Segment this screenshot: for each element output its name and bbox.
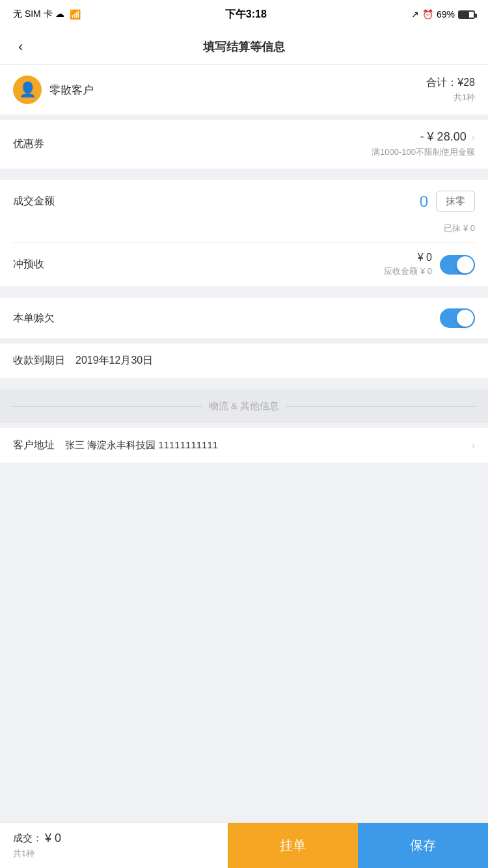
coupon-right: - ¥ 28.00 › 满1000-100不限制使用金额 bbox=[372, 130, 475, 158]
bottom-bar: 成交： ¥ 0 共1种 挂单 保存 bbox=[0, 822, 488, 868]
prepaid-label: 冲预收 bbox=[13, 258, 44, 271]
address-left: 客户地址 张三 海淀永丰科技园 11111111111 bbox=[13, 439, 467, 452]
address-value: 张三 海淀永丰科技园 11111111111 bbox=[65, 439, 218, 452]
deferred-toggle[interactable] bbox=[440, 308, 475, 328]
logistics-section: 物流 & 其他信息 bbox=[0, 390, 488, 423]
transaction-section: 成交金额 0 抹零 已抹 ¥ 0 冲预收 ¥ 0 应收金额 ¥ 0 bbox=[0, 180, 488, 286]
customer-avatar: 👤 bbox=[13, 75, 42, 104]
address-chevron-icon: › bbox=[472, 440, 475, 452]
chevron-icon: › bbox=[472, 131, 475, 143]
status-time: 下午3:18 bbox=[225, 8, 267, 21]
customer-left: 👤 零散客户 bbox=[13, 75, 94, 104]
address-row[interactable]: 客户地址 张三 海淀永丰科技园 11111111111 › bbox=[0, 428, 488, 463]
deferred-label: 本单赊欠 bbox=[13, 312, 55, 325]
gray-separator-2 bbox=[0, 292, 488, 298]
gray-separator-3 bbox=[0, 383, 488, 390]
location-icon: ↗ bbox=[411, 9, 419, 20]
content: 👤 零散客户 合计：¥28 共1种 优惠券 - ¥ 28.00 › 满1000-… bbox=[0, 65, 488, 520]
round-button[interactable]: 抹零 bbox=[436, 191, 475, 212]
deferred-section: 本单赊欠 bbox=[0, 298, 488, 338]
deferred-toggle-knob bbox=[457, 310, 474, 327]
deducted-label: 已抹 ¥ 0 bbox=[0, 223, 488, 242]
prepaid-toggle[interactable] bbox=[440, 255, 475, 275]
transaction-label: 成交金额 bbox=[13, 195, 55, 208]
battery-label: 69% bbox=[437, 9, 455, 20]
coupon-label: 优惠券 bbox=[13, 137, 44, 151]
customer-total: 合计：¥28 共1种 bbox=[426, 76, 475, 103]
address-section[interactable]: 客户地址 张三 海淀永丰科技园 11111111111 › bbox=[0, 428, 488, 463]
avatar-icon: 👤 bbox=[19, 81, 36, 98]
battery-icon bbox=[458, 10, 475, 19]
bottom-summary: 成交： ¥ 0 共1种 bbox=[0, 832, 228, 860]
transaction-right: 0 抹零 bbox=[420, 191, 475, 212]
coupon-amount: - ¥ 28.00 bbox=[420, 130, 467, 144]
bottom-transaction: 成交： ¥ 0 bbox=[13, 832, 215, 845]
total-amount: 合计：¥28 bbox=[426, 76, 475, 90]
customer-name: 零散客户 bbox=[49, 83, 94, 98]
due-date-value: 2019年12月30日 bbox=[75, 354, 153, 368]
bottom-count: 共1种 bbox=[13, 848, 215, 860]
due-date-section: 收款到期日 2019年12月30日 bbox=[0, 344, 488, 378]
nav-bar: ‹ 填写结算等信息 bbox=[0, 29, 488, 65]
prepaid-amounts: ¥ 0 应收金额 ¥ 0 bbox=[384, 252, 432, 277]
prepaid-right: ¥ 0 应收金额 ¥ 0 bbox=[384, 252, 475, 277]
transaction-value: 0 bbox=[420, 193, 428, 211]
hold-button[interactable]: 挂单 bbox=[228, 823, 358, 869]
page-title: 填写结算等信息 bbox=[203, 39, 285, 55]
logistics-label: 物流 & 其他信息 bbox=[209, 400, 279, 413]
coupon-row[interactable]: 优惠券 - ¥ 28.00 › 满1000-100不限制使用金额 bbox=[0, 120, 488, 169]
prepaid-main-amount: ¥ 0 bbox=[384, 252, 432, 264]
due-date-label: 收款到期日 bbox=[13, 354, 65, 368]
customer-row: 👤 零散客户 合计：¥28 共1种 bbox=[0, 65, 488, 115]
wifi-icon: 📶 bbox=[70, 9, 81, 20]
total-count: 共1种 bbox=[426, 92, 475, 103]
address-label: 客户地址 bbox=[13, 439, 55, 452]
prepaid-sub-amount: 应收金额 ¥ 0 bbox=[384, 265, 432, 277]
customer-card: 👤 零散客户 合计：¥28 共1种 bbox=[0, 65, 488, 115]
toggle-knob bbox=[457, 256, 474, 273]
sim-label: 无 SIM 卡 ☁ bbox=[13, 8, 64, 20]
transaction-row: 成交金额 0 抹零 bbox=[0, 180, 488, 223]
save-button[interactable]: 保存 bbox=[358, 823, 488, 869]
status-left: 无 SIM 卡 ☁ 📶 bbox=[13, 8, 81, 20]
alarm-icon: ⏰ bbox=[422, 9, 433, 20]
coupon-desc: 满1000-100不限制使用金额 bbox=[372, 146, 475, 158]
back-button[interactable]: ‹ bbox=[13, 33, 28, 61]
status-right: ↗ ⏰ 69% bbox=[411, 9, 475, 20]
bottom-transaction-value: ¥ 0 bbox=[45, 832, 61, 845]
prepaid-row: 冲预收 ¥ 0 应收金额 ¥ 0 bbox=[0, 243, 488, 286]
gray-separator-1 bbox=[0, 174, 488, 180]
coupon-card[interactable]: 优惠券 - ¥ 28.00 › 满1000-100不限制使用金额 bbox=[0, 120, 488, 169]
status-bar: 无 SIM 卡 ☁ 📶 下午3:18 ↗ ⏰ 69% bbox=[0, 0, 488, 29]
bottom-transaction-label: 成交： bbox=[13, 832, 42, 845]
due-date-row[interactable]: 收款到期日 2019年12月30日 bbox=[0, 344, 488, 378]
